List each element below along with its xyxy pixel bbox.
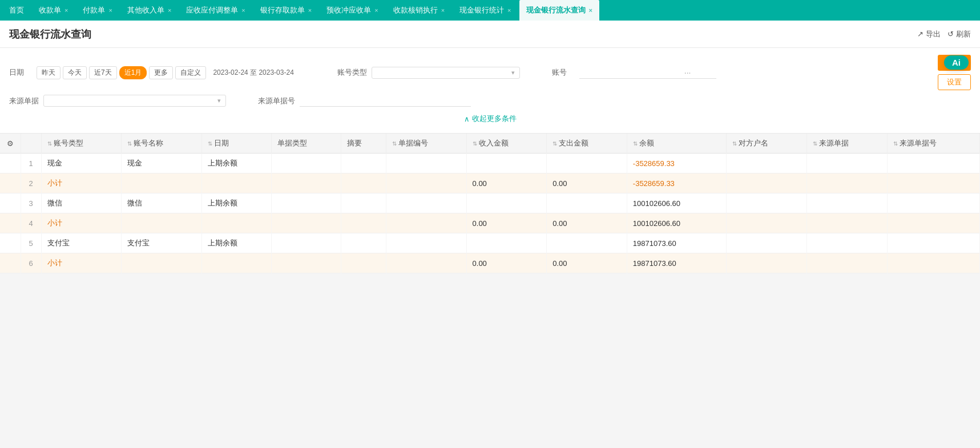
tab-close-icon[interactable]: × (64, 7, 68, 14)
date-btn-自定义[interactable]: 自定义 (175, 66, 206, 79)
col-header-source_doc_no[interactable]: ⇅来源单据号 (887, 134, 980, 154)
source-doc-label: 来源单据 (9, 96, 39, 106)
nav-tab-现金银行统计[interactable]: 现金银行统计× (453, 0, 518, 21)
source-doc-select[interactable]: ▾ (43, 95, 226, 107)
col-header-counterparty[interactable]: ⇅对方户名 (727, 134, 807, 154)
cell-date (201, 253, 271, 273)
cell-income (466, 154, 547, 173)
export-button[interactable]: ↗ 导出 (917, 29, 941, 39)
cell-counterparty (727, 253, 807, 273)
cell-expense (547, 154, 627, 173)
sort-icon: ⇅ (633, 140, 638, 147)
nav-tab-收款核销执行[interactable]: 收款核销执行× (386, 0, 451, 21)
collapse-bar[interactable]: ∧ 收起更多条件 (9, 111, 971, 126)
cell-balance: 19871073.60 (627, 233, 726, 253)
cell-doc_no (386, 213, 466, 233)
cell-account-type: 支付宝 (41, 233, 122, 253)
tab-close-icon[interactable]: × (168, 7, 171, 14)
filter-row-1: 日期 昨天今天近7天近1月更多自定义 2023-02-24 至 2023-03-… (9, 55, 971, 90)
cell-doc_no (386, 253, 466, 273)
cell-balance: 100102606.60 (627, 193, 726, 213)
nav-tab-其他收入单[interactable]: 其他收入单× (120, 0, 178, 21)
tab-close-icon[interactable]: × (374, 7, 378, 14)
tab-close-icon[interactable]: × (108, 7, 112, 14)
col-header-doc_type: 单据类型 (272, 134, 341, 154)
source-doc-num-label: 来源单据号 (258, 96, 295, 106)
cell-source_doc_no (887, 193, 980, 213)
export-icon: ↗ (917, 30, 923, 38)
cell-doc_type (272, 173, 341, 193)
tab-close-icon[interactable]: × (308, 7, 312, 14)
cell-account-type: 小计 (41, 253, 122, 273)
col-header-account_name[interactable]: ⇅账号名称 (122, 134, 202, 154)
table-row: 4小计0.000.00100102606.60 (0, 213, 980, 233)
cell-account-type: 小计 (41, 173, 122, 193)
account-type-label: 账号类型 (337, 67, 367, 78)
cell-summary (341, 154, 386, 173)
cell-expense: 0.00 (547, 173, 627, 193)
sort-icon: ⇅ (732, 140, 737, 147)
account-type-select[interactable]: ▾ (372, 67, 520, 79)
collapse-label: 收起更多条件 (472, 114, 517, 124)
col-header-expense[interactable]: ⇅支出金额 (547, 134, 627, 154)
source-doc-num-input[interactable] (300, 96, 402, 105)
nav-tab-银行存取款单[interactable]: 银行存取款单× (253, 0, 318, 21)
date-btn-昨天[interactable]: 昨天 (37, 66, 61, 79)
col-header-doc_no[interactable]: ⇅单据编号 (386, 134, 466, 154)
sort-icon: ⇅ (392, 140, 397, 147)
cell-balance: 100102606.60 (627, 213, 726, 233)
tab-close-icon[interactable]: × (241, 7, 245, 14)
data-table: ⚙⇅账号类型⇅账号名称⇅日期单据类型摘要⇅单据编号⇅收入金额⇅支出金额⇅余额⇅对… (0, 134, 980, 273)
sort-icon: ⇅ (127, 140, 132, 147)
col-header-account_type[interactable]: ⇅账号类型 (41, 134, 122, 154)
settings-button[interactable]: 设置 (938, 74, 971, 90)
cell-source_doc (806, 233, 887, 253)
cell-summary (341, 253, 386, 273)
cell-doc_type (272, 253, 341, 273)
table-row: 1现金现金上期余额-3528659.33 (0, 154, 980, 173)
account-more-icon[interactable]: ··· (684, 68, 691, 77)
collapse-icon: ∧ (464, 115, 470, 123)
nav-tab-现金银行流水查询[interactable]: 现金银行流水查询× (519, 0, 599, 21)
cell-account_name (122, 173, 202, 193)
nav-tab-预收冲应收单[interactable]: 预收冲应收单× (320, 0, 385, 21)
date-btn-今天[interactable]: 今天 (63, 66, 87, 79)
refresh-button[interactable]: ↺ 刷新 (947, 29, 971, 39)
cell-balance: 19871073.60 (627, 253, 726, 273)
header-actions: ↗ 导出 ↺ 刷新 (917, 29, 971, 39)
source-doc-num-wrap (300, 95, 471, 107)
date-btn-近7天[interactable]: 近7天 (89, 66, 117, 79)
cell-counterparty (727, 233, 807, 253)
account-filter: 账号 ··· (552, 67, 716, 79)
cell-account_name: 支付宝 (122, 233, 202, 253)
cell-account-type: 微信 (41, 193, 122, 213)
nav-home[interactable]: 首页 (2, 0, 31, 21)
account-input[interactable] (579, 68, 682, 76)
col-header-income[interactable]: ⇅收入金额 (466, 134, 547, 154)
cell-source_doc (806, 253, 887, 273)
top-nav: 首页 收款单×付款单×其他收入单×应收应付调整单×银行存取款单×预收冲应收单×收… (0, 0, 980, 21)
col-header-source_doc[interactable]: ⇅来源单据 (806, 134, 887, 154)
cell-source_doc (806, 154, 887, 173)
refresh-icon: ↺ (947, 30, 954, 38)
col-header-date[interactable]: ⇅日期 (201, 134, 271, 154)
tab-close-icon[interactable]: × (441, 7, 445, 14)
cell-expense (547, 233, 627, 253)
ai-badge[interactable]: Ai (944, 55, 969, 70)
col-header-gear: ⚙ (0, 134, 21, 154)
tab-close-icon[interactable]: × (589, 7, 592, 14)
nav-tab-应收应付调整单[interactable]: 应收应付调整单× (179, 0, 252, 21)
tab-close-icon[interactable]: × (507, 7, 511, 14)
row-index: 4 (21, 213, 41, 233)
col-header-balance[interactable]: ⇅余额 (627, 134, 726, 154)
nav-tab-收款单[interactable]: 收款单× (32, 0, 75, 21)
date-btn-近1月[interactable]: 近1月 (119, 66, 147, 79)
nav-tab-付款单[interactable]: 付款单× (76, 0, 119, 21)
cell-income: 0.00 (466, 213, 547, 233)
col-header-summary: 摘要 (341, 134, 386, 154)
cell-counterparty (727, 154, 807, 173)
cell-account-type: 小计 (41, 213, 122, 233)
gear-icon[interactable]: ⚙ (7, 139, 14, 148)
date-btn-更多[interactable]: 更多 (149, 66, 173, 79)
cell-account-type: 现金 (41, 154, 122, 173)
